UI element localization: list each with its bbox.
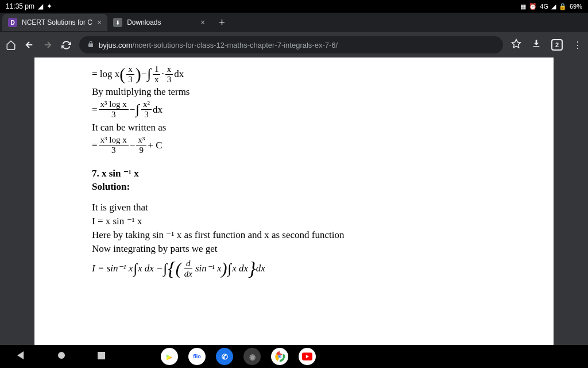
equation-4: I = sin⁻¹ x ∫ x dx − ∫ { ( ddx sin⁻¹ x )… [92,255,496,282]
status-bar: 11:35 pm ◢ ✦ ▦ ⏰ 4G ◢ 🔒 69% [0,0,588,13]
content-area: = log x ( x3 ) − ∫ 1x · x3 dx By multipl… [0,57,588,345]
app-play-store[interactable]: ▶ [161,348,178,365]
svg-point-6 [278,355,280,357]
back-button[interactable] [17,351,25,362]
alarm-icon: ⏰ [529,3,537,10]
download-icon[interactable] [532,39,541,51]
favicon-downloads: ⬇ [113,18,122,27]
url-path: /ncert-solutions-for-class-12-maths-chap… [133,41,338,49]
menu-icon[interactable]: ⋮ [573,40,582,51]
equation-3: = x³ log x3 − x³9 + C [92,135,496,156]
notification-icon: ◢ [38,2,43,10]
recent-button[interactable] [98,351,105,362]
signal-icon: ◢ [551,3,556,10]
home-icon[interactable] [6,40,16,50]
new-tab-button[interactable]: + [211,17,233,29]
tab-strip: D NCERT Solutions for C × ⬇ Downloads × … [0,13,588,32]
star-icon[interactable] [511,39,521,51]
home-button[interactable] [57,351,65,362]
text-first-function: Here by taking sin ⁻¹ x as first functio… [92,228,496,242]
lock-icon [87,41,94,49]
app-camera[interactable]: ◉ [243,348,261,365]
problem-heading: 7. x sin ⁻¹ x [92,167,496,181]
close-icon[interactable]: × [97,18,102,27]
network-label: 4G [540,3,548,10]
tab-ncert[interactable]: D NCERT Solutions for C × [2,14,107,31]
app-chrome[interactable] [271,348,288,365]
svg-marker-0 [512,40,521,48]
text-integrating: Now integrating by parts we get [92,242,496,256]
url-host: byjus.com [99,41,133,49]
tab-downloads[interactable]: ⬇ Downloads × [107,14,211,31]
text-given: It is given that [92,201,496,214]
document-page: = log x ( x3 ) − ∫ 1x · x3 dx By multipl… [34,57,554,345]
svg-rect-2 [98,352,105,359]
app-phone[interactable]: ✆ [216,348,233,365]
text-written-as: It can be written as [92,121,496,135]
bottom-nav: ▶ filo ✆ ◉ [0,345,588,368]
app-filo[interactable]: filo [188,348,206,365]
forward-icon[interactable] [42,40,53,50]
nav-bar: byjus.com/ncert-solutions-for-class-12-m… [0,32,588,57]
equation-1: = log x ( x3 ) − ∫ 1x · x3 dx [92,63,496,85]
close-icon[interactable]: × [200,18,205,27]
text-multiply: By multiplying the terms [92,85,496,99]
tab-count[interactable]: 2 [551,39,563,51]
back-icon[interactable] [24,40,34,50]
solution-heading: Solution: [92,180,496,194]
equation-2: = x³ log x3 − ∫ x²3 dx [92,99,496,121]
notification-icon-2: ✦ [47,2,52,10]
lock-icon: 🔒 [559,3,567,10]
app-youtube[interactable] [299,348,316,365]
svg-point-1 [58,352,65,359]
url-bar[interactable]: byjus.com/ncert-solutions-for-class-12-m… [79,36,503,53]
text-equation-i: I = x sin ⁻¹ x [92,214,496,228]
battery-text: 69% [570,3,582,10]
reload-icon[interactable] [61,40,71,50]
tab-title: Downloads [127,18,196,26]
cast-icon: ▦ [520,3,526,10]
clock: 11:35 pm [6,2,34,10]
tab-title: NCERT Solutions for C [22,18,92,26]
favicon-byjus: D [8,18,17,27]
